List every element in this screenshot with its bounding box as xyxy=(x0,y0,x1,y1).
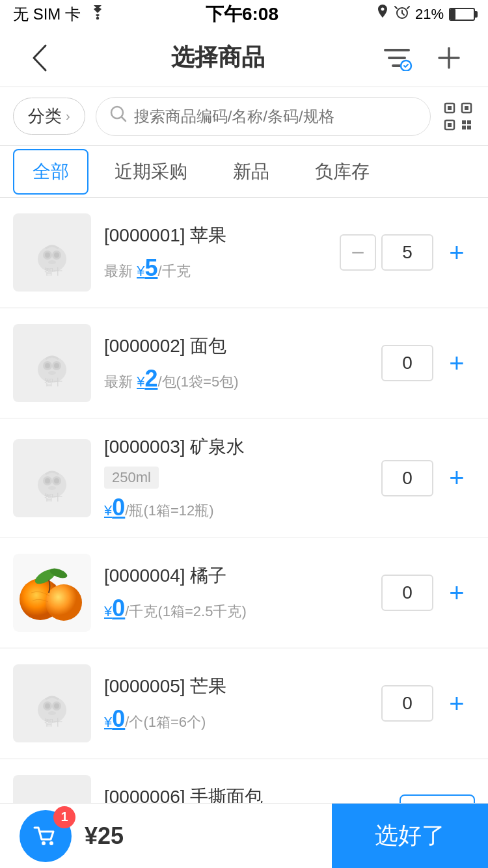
svg-rect-15 xyxy=(462,126,466,129)
chevron-right-icon: › xyxy=(66,109,70,124)
back-button[interactable] xyxy=(20,38,59,77)
svg-point-36 xyxy=(48,486,56,490)
product-price-0000002: 最新 ¥2/包(1袋=5包) xyxy=(104,365,363,392)
price-unit: /个 xyxy=(125,714,143,730)
tab-recent-label: 近期采购 xyxy=(115,161,187,182)
svg-rect-10 xyxy=(465,106,468,110)
svg-point-22 xyxy=(48,260,56,264)
svg-rect-14 xyxy=(467,120,471,124)
cart-icon-button[interactable]: 1 xyxy=(20,810,72,862)
tab-negative[interactable]: 负库存 xyxy=(295,149,389,195)
status-left: 无 SIM 卡 xyxy=(13,4,108,25)
carrier-text: 无 SIM 卡 xyxy=(13,4,81,25)
product-item-0000003: 智十 [0000003] 矿泉水 250ml ¥0/瓶(1箱=12瓶) + xyxy=(0,419,488,537)
price-amount: 0 xyxy=(112,595,125,621)
product-name-0000003: [0000003] 矿泉水 xyxy=(104,435,363,459)
nav-bar: 选择商品 xyxy=(0,29,488,87)
price-package: (1箱=12瓶) xyxy=(143,502,213,519)
svg-point-21 xyxy=(54,252,59,258)
price-package: (1袋=5包) xyxy=(176,373,239,390)
price-package: (1箱=2.5千克) xyxy=(157,603,246,619)
product-info-0000004: [0000004] 橘子 ¥0/千克(1箱=2.5千克) xyxy=(91,563,376,622)
qty-control-0000002: + xyxy=(376,345,475,381)
price-package: (1箱=6个) xyxy=(143,714,206,730)
tab-all[interactable]: 全部 xyxy=(13,149,88,195)
bottom-bar: 1 ¥25 选好了 xyxy=(0,803,488,868)
svg-point-40 xyxy=(46,584,82,621)
svg-rect-16 xyxy=(467,126,471,129)
status-right: 21% xyxy=(376,5,475,24)
svg-rect-13 xyxy=(462,120,466,124)
qty-control-0000005: + xyxy=(376,685,475,722)
qty-control-0000004: + xyxy=(376,575,475,611)
tab-negative-label: 负库存 xyxy=(315,161,370,182)
filter-bar: 分类 › xyxy=(0,87,488,146)
svg-rect-3 xyxy=(388,57,406,59)
svg-point-61 xyxy=(42,841,46,845)
confirm-button[interactable]: 选好了 xyxy=(332,804,488,869)
qty-input-0000001[interactable] xyxy=(381,234,433,271)
product-image-0000003: 智十 xyxy=(13,439,91,517)
qty-plus-0000003[interactable]: + xyxy=(439,460,475,496)
price-label: 最新 xyxy=(104,263,137,279)
product-price-0000003: ¥0/瓶(1箱=12瓶) xyxy=(104,494,363,521)
price-amount: 2 xyxy=(144,365,157,392)
product-item-0000004: [0000004] 橘子 ¥0/千克(1箱=2.5千克) + xyxy=(0,538,488,647)
product-price-0000001: 最新 ¥5/千克 xyxy=(104,254,327,282)
product-name-0000004: [0000004] 橘子 xyxy=(104,563,363,588)
product-image-0000005: 智十 xyxy=(13,664,91,742)
tab-new[interactable]: 新品 xyxy=(213,149,289,195)
product-item-0000005: 智十 [0000005] 芒果 ¥0/个(1箱=6个) + xyxy=(0,649,488,758)
svg-rect-12 xyxy=(448,123,452,127)
qty-input-0000004[interactable] xyxy=(381,575,433,611)
product-name-0000005: [0000005] 芒果 xyxy=(104,674,363,699)
category-button[interactable]: 分类 › xyxy=(13,98,85,135)
price-amount: 0 xyxy=(112,494,125,521)
svg-rect-2 xyxy=(384,49,410,51)
confirm-label: 选好了 xyxy=(375,820,445,852)
price-amount: 0 xyxy=(112,705,125,732)
search-input[interactable] xyxy=(134,107,417,126)
filter-button[interactable] xyxy=(377,38,416,77)
currency-icon: ¥ xyxy=(104,603,112,619)
battery-percent: 21% xyxy=(415,6,444,23)
product-item-0000001: 智十 [0000001] 苹果 最新 ¥5/千克 − + xyxy=(0,198,488,307)
svg-point-20 xyxy=(45,252,50,258)
qty-input-0000003[interactable] xyxy=(381,460,433,496)
product-info-0000001: [0000001] 苹果 最新 ¥5/千克 xyxy=(91,223,340,282)
svg-point-28 xyxy=(54,363,59,368)
price-unit: /千克 xyxy=(157,263,190,279)
qty-plus-0000002[interactable]: + xyxy=(439,345,475,381)
battery-icon xyxy=(449,8,475,21)
qty-control-0000001: − + xyxy=(340,234,475,271)
search-box[interactable] xyxy=(96,97,431,136)
qty-plus-0000004[interactable]: + xyxy=(439,575,475,611)
price-unit: /千克 xyxy=(125,603,157,619)
price-label: 最新 xyxy=(104,373,137,390)
svg-rect-8 xyxy=(448,106,452,110)
cart-badge: 1 xyxy=(53,806,75,828)
price-unit: /瓶 xyxy=(125,502,143,519)
tab-recent[interactable]: 近期采购 xyxy=(95,149,207,195)
svg-point-27 xyxy=(45,363,50,368)
qty-minus-0000001[interactable]: − xyxy=(340,234,376,271)
qty-input-0000005[interactable] xyxy=(381,685,433,722)
alarm-icon xyxy=(394,5,410,24)
product-price-0000004: ¥0/千克(1箱=2.5千克) xyxy=(104,595,363,622)
svg-text:智十: 智十 xyxy=(44,266,62,277)
qty-plus-0000001[interactable]: + xyxy=(439,234,475,271)
add-button[interactable] xyxy=(429,38,468,77)
svg-point-47 xyxy=(54,703,59,709)
svg-point-46 xyxy=(45,703,50,709)
svg-point-62 xyxy=(49,841,53,845)
qty-input-0000002[interactable] xyxy=(381,345,433,381)
product-item-0000002: 智十 [0000002] 面包 最新 ¥2/包(1袋=5包) + xyxy=(0,308,488,418)
product-name-0000002: [0000002] 面包 xyxy=(104,334,363,359)
status-time: 下午6:08 xyxy=(206,2,278,27)
price-unit: /包 xyxy=(157,373,176,390)
qty-plus-0000005[interactable]: + xyxy=(439,685,475,722)
svg-text:智十: 智十 xyxy=(44,717,62,727)
svg-text:智十: 智十 xyxy=(44,492,62,502)
scan-button[interactable] xyxy=(441,100,475,133)
qty-control-0000003: + xyxy=(376,460,475,496)
